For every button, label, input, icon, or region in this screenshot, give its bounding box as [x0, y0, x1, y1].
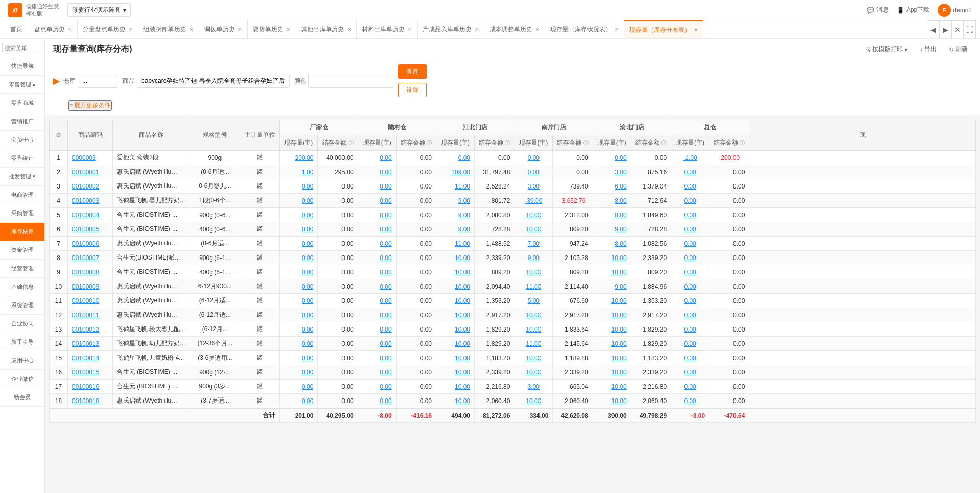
cell-nanan-stock[interactable]: 9.00	[514, 251, 553, 265]
cell-jiangbei-stock[interactable]: 10.00	[436, 251, 475, 265]
tab-product-in[interactable]: 产成品入库单历史 ✕	[418, 20, 484, 39]
cell-luzhang-stock[interactable]: 0.00	[358, 237, 396, 251]
cell-factory-stock[interactable]: 0.00	[280, 294, 318, 308]
info-icon[interactable]: ⓘ	[349, 140, 354, 146]
cell-nanan-stock[interactable]: 11.00	[514, 279, 553, 294]
cell-luzhang-stock[interactable]: 0.00	[358, 337, 396, 351]
sidebar-item-guide[interactable]: 新手引导	[0, 333, 44, 351]
print-btn[interactable]: 🖨 按模版打印 ▾	[861, 43, 912, 56]
tab-other-out[interactable]: 其他出库单历史 ✕	[296, 20, 357, 39]
tab-close-icon[interactable]: ✕	[535, 27, 540, 32]
cell-jiangbei-stock[interactable]: 10.00	[436, 322, 475, 337]
cell-jiangbei-stock[interactable]: 9.00	[436, 194, 475, 208]
cell-yubeimen-stock[interactable]: 10.00	[593, 251, 631, 265]
cell-nanan-stock[interactable]: 10.00	[514, 351, 553, 365]
sidebar-item-retail-stats[interactable]: 零售统计	[0, 149, 44, 168]
info-icon[interactable]: ⓘ	[583, 140, 589, 146]
cell-code[interactable]: 00100009	[68, 279, 113, 294]
tab-close-icon[interactable]: ✕	[694, 27, 698, 33]
info-icon[interactable]: ⓘ	[427, 140, 432, 146]
info-icon[interactable]: ⓘ	[662, 140, 667, 146]
sidebar-item-mall[interactable]: 零售商城	[0, 94, 44, 112]
sidebar-item-ecommerce[interactable]: 电商管理	[0, 186, 44, 204]
cell-luzhang-stock[interactable]: 0.00	[358, 365, 396, 380]
cell-factory-stock[interactable]: 0.00	[280, 365, 318, 380]
cell-code[interactable]: 00100010	[68, 294, 113, 308]
cell-total-stock[interactable]: -1.00	[671, 151, 709, 165]
cell-factory-stock[interactable]: 0.00	[280, 394, 318, 409]
cell-yubeimen-stock[interactable]: 10.00	[593, 308, 631, 322]
info-icon[interactable]: ⓘ	[505, 140, 510, 146]
cell-code[interactable]: 00100014	[68, 351, 113, 365]
cell-jiangbei-stock[interactable]: 10.00	[436, 265, 475, 279]
cell-luzhang-stock[interactable]: 0.00	[358, 294, 396, 308]
cell-total-stock[interactable]: 0.00	[671, 194, 709, 208]
cell-luzhang-stock[interactable]: 0.00	[358, 265, 396, 279]
cell-total-stock[interactable]: 0.00	[671, 351, 709, 365]
tab-stock-status[interactable]: 现存量（库存状况表） ✕	[545, 20, 624, 39]
sidebar-item-wholesale[interactable]: 批发管理 ▼	[0, 168, 44, 186]
cell-code[interactable]: 00100018	[68, 394, 113, 409]
cell-factory-stock[interactable]: 0.00	[280, 194, 318, 208]
sidebar-item-operations[interactable]: 经营管理	[0, 260, 44, 278]
cell-jiangbei-stock[interactable]: 10.00	[436, 294, 475, 308]
cell-total-stock[interactable]: 0.00	[671, 380, 709, 394]
cell-code[interactable]: 00100011	[68, 308, 113, 322]
query-btn[interactable]: 查询	[398, 64, 427, 79]
cell-nanan-stock[interactable]: -39.00	[514, 194, 553, 208]
tab-inventory-count[interactable]: 盘点单历史 ✕	[29, 20, 78, 39]
cell-luzhang-stock[interactable]: 0.00	[358, 351, 396, 365]
cell-yubeimen-stock[interactable]: 6.00	[593, 179, 631, 194]
cell-yubeimen-stock[interactable]: 10.00	[593, 351, 631, 365]
sidebar-item-basics[interactable]: 基础信息	[0, 278, 44, 296]
cell-yubeimen-stock[interactable]: 10.00	[593, 265, 631, 279]
cell-code[interactable]: 00100006	[68, 237, 113, 251]
cell-yubeimen-stock[interactable]: 10.00	[593, 337, 631, 351]
cell-total-stock[interactable]: 0.00	[671, 165, 709, 179]
cell-luzhang-stock[interactable]: 0.00	[358, 279, 396, 294]
refresh-btn[interactable]: ↻ 刷新	[945, 43, 972, 56]
cell-total-stock[interactable]: 0.00	[671, 222, 709, 237]
cell-total-stock[interactable]: 0.00	[671, 365, 709, 380]
cell-jiangbei-stock[interactable]: 10.00	[436, 337, 475, 351]
cell-code[interactable]: 00100003	[68, 194, 113, 208]
sidebar-search-input[interactable]	[2, 43, 42, 53]
tab-close-icon[interactable]: ✕	[68, 27, 72, 32]
cell-total-stock[interactable]: 0.00	[671, 179, 709, 194]
tab-close-icon[interactable]: ✕	[408, 27, 412, 32]
sidebar-item-finance[interactable]: 资金管理	[0, 241, 44, 260]
cell-luzhang-stock[interactable]: 0.00	[358, 194, 396, 208]
user-area[interactable]: E demo2	[938, 4, 972, 17]
tab-transfer[interactable]: 调拨单历史 ✕	[199, 20, 248, 39]
cell-luzhang-stock[interactable]: 0.00	[358, 394, 396, 409]
sidebar-item-enterprise[interactable]: 企业协同	[0, 315, 44, 333]
cell-yubeimen-stock[interactable]: 9.00	[593, 222, 631, 237]
cell-total-stock[interactable]: 0.00	[671, 251, 709, 265]
cell-factory-stock[interactable]: 200.00	[280, 151, 318, 165]
cell-factory-stock[interactable]: 1.00	[280, 165, 318, 179]
tab-order-goods[interactable]: 要货单历史 ✕	[248, 20, 296, 39]
cell-code[interactable]: 00100012	[68, 322, 113, 337]
sidebar-item-marketing[interactable]: 营销推广	[0, 112, 44, 131]
cell-factory-stock[interactable]: 0.00	[280, 380, 318, 394]
cell-luzhang-stock[interactable]: 0.00	[358, 165, 396, 179]
cell-yubeimen-stock[interactable]: 10.00	[593, 294, 631, 308]
cell-factory-stock[interactable]: 0.00	[280, 308, 318, 322]
tab-stock-dist[interactable]: 现存量（库存分布表） ✕	[624, 20, 703, 39]
goods-input[interactable]	[137, 74, 290, 88]
sidebar-item-inventory[interactable]: 库存核算	[0, 223, 44, 241]
cell-luzhang-stock[interactable]: 0.00	[358, 151, 396, 165]
cell-total-stock[interactable]: 0.00	[671, 279, 709, 294]
cell-code[interactable]: 00100007	[68, 251, 113, 265]
cell-nanan-stock[interactable]: 3.00	[514, 179, 553, 194]
cell-jiangbei-stock[interactable]: 9.00	[436, 208, 475, 222]
setting-btn[interactable]: 设置	[398, 83, 427, 97]
cell-total-stock[interactable]: 0.00	[671, 337, 709, 351]
tab-close-icon[interactable]: ✕	[615, 27, 619, 32]
cell-factory-stock[interactable]: 0.00	[280, 222, 318, 237]
cell-yubeimen-stock[interactable]: 10.00	[593, 322, 631, 337]
cell-yubeimen-stock[interactable]: 3.00	[593, 165, 631, 179]
cell-nanan-stock[interactable]: 10.00	[514, 365, 553, 380]
cell-luzhang-stock[interactable]: 0.00	[358, 222, 396, 237]
cell-total-stock[interactable]: 0.00	[671, 322, 709, 337]
